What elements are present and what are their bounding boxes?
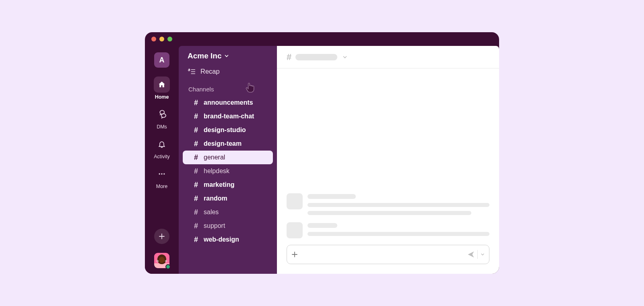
channel-sidebar: Acme Inc Recap Channels #an xyxy=(179,46,277,274)
channel-random[interactable]: #random xyxy=(183,192,273,205)
hash-icon: # xyxy=(193,207,199,217)
send-button-group xyxy=(467,250,485,259)
bell-icon xyxy=(154,136,170,152)
channel-marketing[interactable]: #marketing xyxy=(183,178,273,192)
message-composer[interactable] xyxy=(287,245,489,264)
channel-title-placeholder xyxy=(295,54,337,60)
cursor-pointer-icon xyxy=(245,81,256,93)
workspace-name: Acme Inc xyxy=(188,52,221,60)
message-placeholder xyxy=(287,222,489,238)
hash-icon: # xyxy=(287,52,291,62)
channel-general[interactable]: #general xyxy=(183,151,273,164)
message-avatar-placeholder xyxy=(287,193,303,209)
traffic-light-close[interactable] xyxy=(151,37,156,41)
home-icon xyxy=(154,76,170,93)
channel-web-design[interactable]: #web-design xyxy=(183,233,273,246)
rail-item-label: Activity xyxy=(154,154,170,159)
hash-icon: # xyxy=(193,193,199,204)
recap-icon xyxy=(188,68,196,75)
message-author-placeholder xyxy=(308,223,337,228)
channel-design-studio[interactable]: #design-studio xyxy=(183,123,273,137)
hash-icon: # xyxy=(193,166,199,176)
hash-icon: # xyxy=(193,180,199,190)
channel-name: general xyxy=(204,152,225,163)
channel-support[interactable]: #support xyxy=(183,219,273,233)
presence-indicator xyxy=(165,264,171,269)
hash-icon: # xyxy=(193,152,199,163)
message-list xyxy=(277,68,499,245)
chevron-down-icon xyxy=(342,54,348,60)
channel-name: brand-team-chat xyxy=(204,111,254,122)
rail-item-label: Home xyxy=(155,94,169,100)
channel-name: design-team xyxy=(204,139,242,149)
window-titlebar xyxy=(145,32,499,46)
channel-name: helpdesk xyxy=(204,166,229,176)
divider xyxy=(477,250,478,259)
channel-name: web-design xyxy=(204,234,239,245)
app-body: A Home DMs Activity xyxy=(145,46,499,274)
channel-design-team[interactable]: #design-team xyxy=(183,137,273,151)
chevron-down-icon xyxy=(224,53,229,59)
rail-item-home[interactable]: Home xyxy=(149,76,175,102)
channel-name: support xyxy=(204,221,225,231)
svg-point-2 xyxy=(163,173,165,174)
hash-icon: # xyxy=(193,97,199,108)
channel-name: marketing xyxy=(204,180,234,190)
chevron-down-icon[interactable] xyxy=(480,252,485,257)
hash-icon: # xyxy=(193,139,199,149)
workspace-switcher[interactable]: A xyxy=(154,52,169,68)
hash-icon: # xyxy=(193,221,199,231)
composer-attach-button[interactable] xyxy=(291,251,302,258)
workspace-menu-button[interactable]: Acme Inc xyxy=(179,52,277,64)
channel-name: sales xyxy=(204,207,219,217)
traffic-light-zoom[interactable] xyxy=(167,37,172,41)
rail-item-dms[interactable]: DMs xyxy=(149,106,175,132)
channel-name: announcements xyxy=(204,97,253,108)
send-icon[interactable] xyxy=(467,250,475,258)
traffic-light-minimize[interactable] xyxy=(159,37,164,41)
channel-name: random xyxy=(204,193,227,204)
main-content: # xyxy=(277,46,499,274)
message-text-placeholder xyxy=(308,232,489,236)
dms-icon xyxy=(154,106,170,122)
hash-icon: # xyxy=(193,234,199,245)
svg-point-1 xyxy=(161,173,162,174)
message-text-placeholder xyxy=(308,211,471,215)
channel-list: #announcements#brand-team-chat#design-st… xyxy=(179,96,277,246)
rail-item-more[interactable]: More xyxy=(149,166,175,192)
channel-brand-team-chat[interactable]: #brand-team-chat xyxy=(183,110,273,123)
channels-section-header[interactable]: Channels xyxy=(179,79,277,96)
channels-heading-label: Channels xyxy=(188,86,214,93)
message-placeholder xyxy=(287,193,489,215)
rail-item-label: More xyxy=(156,184,167,189)
message-text-placeholder xyxy=(308,203,489,207)
channel-announcements[interactable]: #announcements xyxy=(183,96,273,110)
app-window: A Home DMs Activity xyxy=(145,32,499,274)
channel-sales[interactable]: #sales xyxy=(183,205,273,219)
more-icon xyxy=(154,166,170,182)
svg-point-0 xyxy=(159,173,160,174)
recap-label: Recap xyxy=(200,68,220,75)
rail-item-label: DMs xyxy=(157,124,167,130)
channel-helpdesk[interactable]: #helpdesk xyxy=(183,164,273,178)
navigation-rail: A Home DMs Activity xyxy=(145,46,179,274)
message-avatar-placeholder xyxy=(287,222,303,238)
channel-header[interactable]: # xyxy=(277,46,499,68)
channel-name: design-studio xyxy=(204,125,246,135)
hash-icon: # xyxy=(193,111,199,122)
message-author-placeholder xyxy=(308,194,356,199)
user-avatar[interactable] xyxy=(154,253,169,268)
create-new-button[interactable] xyxy=(154,229,169,244)
recap-button[interactable]: Recap xyxy=(179,64,277,79)
rail-item-activity[interactable]: Activity xyxy=(149,136,175,162)
hash-icon: # xyxy=(193,125,199,135)
